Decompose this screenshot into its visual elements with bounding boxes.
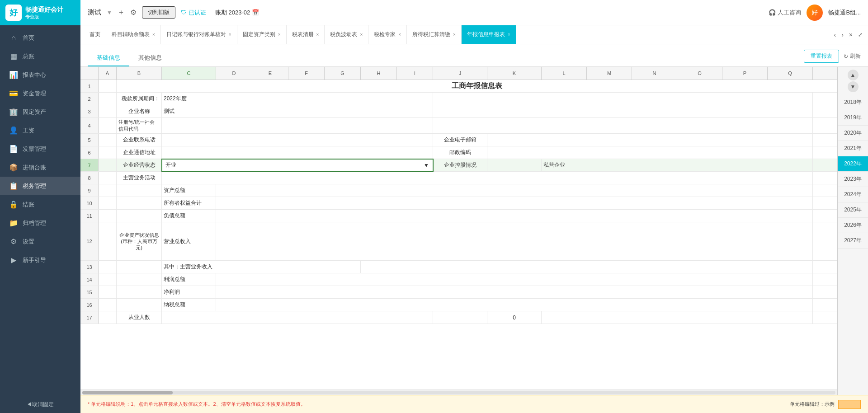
cell[interactable]: 企业控股情况 <box>433 159 487 171</box>
cell[interactable]: 2022年度 <box>162 93 433 105</box>
tab-close-icon[interactable]: × <box>278 32 281 37</box>
cell[interactable]: 资产总额 <box>162 184 216 197</box>
settings-icon[interactable]: ⚙ <box>130 8 137 17</box>
business-status-dropdown[interactable]: 开业▼ <box>162 159 433 171</box>
year-item-2027年[interactable]: 2027年 <box>838 233 868 249</box>
cell[interactable] <box>216 286 813 298</box>
tab-固定资产类别[interactable]: 固定资产类别× <box>237 25 287 44</box>
cell[interactable] <box>99 134 117 146</box>
tab-所得税汇算清缴[interactable]: 所得税汇算清缴× <box>407 25 462 44</box>
cell[interactable]: 注册号/统一社会信用代码 <box>117 118 162 133</box>
sidebar-item-funds[interactable]: 💳资金管理 <box>0 84 80 103</box>
sidebar-item-guide[interactable]: ▶新手引导 <box>0 251 80 269</box>
cell[interactable] <box>99 210 117 222</box>
cell[interactable]: 纳税总额 <box>162 299 216 311</box>
tab-close-icon[interactable]: × <box>316 32 319 37</box>
tab-close-icon[interactable]: × <box>360 32 363 37</box>
year-down-btn[interactable]: ▼ <box>848 81 859 92</box>
cell[interactable] <box>99 261 117 273</box>
cell[interactable]: 邮政编码 <box>433 146 487 159</box>
add-tab-btn[interactable]: ＋ <box>118 8 125 17</box>
cell[interactable] <box>216 222 813 260</box>
tab-close-icon[interactable]: × <box>152 32 155 37</box>
cell[interactable] <box>162 311 433 324</box>
sidebar-item-settings[interactable]: ⚙设置 <box>0 232 80 251</box>
year-item-2019年[interactable]: 2019年 <box>838 110 868 126</box>
sidebar-item-closing[interactable]: 🔒结账 <box>0 195 80 214</box>
cell[interactable] <box>99 146 117 159</box>
cell[interactable] <box>162 172 813 184</box>
tab-科目辅助余额表[interactable]: 科目辅助余额表× <box>106 25 161 44</box>
cell[interactable] <box>117 273 162 286</box>
subtab-basic-info[interactable]: 基础信息 <box>88 50 129 66</box>
cell[interactable] <box>99 299 117 311</box>
tab-close-icon[interactable]: × <box>229 32 231 37</box>
year-item-2018年[interactable]: 2018年 <box>838 95 868 110</box>
horizontal-scrollbar[interactable] <box>80 390 837 395</box>
sidebar-item-ledger[interactable]: ▦总账 <box>0 47 80 66</box>
cell[interactable] <box>117 261 162 273</box>
sidebar-item-invoice[interactable]: 📄发票管理 <box>0 140 80 158</box>
year-up-btn[interactable]: ▲ <box>848 70 859 80</box>
cell[interactable] <box>433 118 813 133</box>
module-dropdown-icon[interactable]: ▼ <box>107 9 112 16</box>
year-item-2021年[interactable]: 2021年 <box>838 141 868 156</box>
tab-next-btn[interactable]: › <box>840 29 845 40</box>
tab-expand-btn[interactable]: ⤢ <box>856 30 864 40</box>
cell[interactable] <box>542 311 813 324</box>
cell[interactable]: 净利润 <box>162 286 216 298</box>
cell[interactable] <box>117 299 162 311</box>
cell[interactable]: 企业联系电话 <box>117 134 162 146</box>
sidebar-item-tax[interactable]: 📋税务管理 <box>0 177 80 195</box>
tab-close-all-btn[interactable]: × <box>847 29 854 40</box>
cell[interactable] <box>216 299 813 311</box>
tab-close-icon[interactable]: × <box>398 32 401 37</box>
cell[interactable]: 测试 <box>162 105 433 117</box>
year-item-2023年[interactable]: 2023年 <box>838 172 868 187</box>
sidebar-item-archive[interactable]: 📁归档管理 <box>0 214 80 232</box>
cell[interactable] <box>361 261 813 273</box>
cell[interactable] <box>216 273 813 286</box>
reset-report-btn[interactable]: 重置报表 <box>804 50 839 63</box>
subtab-other-info[interactable]: 其他信息 <box>129 50 171 66</box>
cell[interactable]: 企业通信地址 <box>117 146 162 159</box>
tab-年报信息申报表[interactable]: 年报信息申报表× <box>462 25 516 44</box>
cell[interactable] <box>216 184 813 197</box>
cell[interactable]: 利润总额 <box>162 273 216 286</box>
year-item-2022年[interactable]: 2022年 <box>838 156 868 172</box>
cell[interactable] <box>487 159 542 171</box>
sidebar-item-assets[interactable]: 🏢固定资产 <box>0 103 80 121</box>
sidebar-item-reports[interactable]: 📊报表中心 <box>0 66 80 84</box>
cell[interactable] <box>433 93 813 105</box>
sidebar-item-salary[interactable]: 👤工资 <box>0 121 80 140</box>
tab-close-icon[interactable]: × <box>453 32 456 37</box>
cell[interactable]: 负债总额 <box>162 210 216 222</box>
refresh-btn[interactable]: ↻ 刷新 <box>844 52 861 60</box>
cell[interactable] <box>99 159 117 171</box>
cell[interactable]: 其中：主营业务收入 <box>162 261 361 273</box>
tab-close-icon[interactable]: × <box>508 32 510 37</box>
cell[interactable] <box>99 311 117 324</box>
cell[interactable]: 企业资产状况信息(币种：人民币万元) <box>117 222 162 260</box>
cell[interactable]: 0 <box>487 311 542 324</box>
cell[interactable] <box>162 134 433 146</box>
cell[interactable]: 私营企业 <box>542 159 813 171</box>
cell[interactable]: 从业人数 <box>117 311 162 324</box>
year-item-2020年[interactable]: 2020年 <box>838 126 868 141</box>
cell[interactable] <box>99 222 117 260</box>
customer-service-btn[interactable]: 🎧 人工咨询 <box>769 9 801 17</box>
cell[interactable] <box>99 286 117 298</box>
tab-税负波动表[interactable]: 税负波动表× <box>325 25 368 44</box>
cell[interactable] <box>117 197 162 209</box>
cell[interactable]: 税款所属期间： <box>117 93 162 105</box>
switch-old-version-btn[interactable]: 切到旧版 <box>142 6 175 19</box>
tab-日记账与银行对账单核对[interactable]: 日记账与银行对账单核对× <box>161 25 237 44</box>
cell[interactable] <box>487 134 813 146</box>
cell[interactable]: 企业电子邮箱 <box>433 134 487 146</box>
cell[interactable] <box>117 184 162 197</box>
cell[interactable]: 主营业务活动 <box>117 172 162 184</box>
cell[interactable] <box>162 118 433 133</box>
cell[interactable] <box>487 146 813 159</box>
cell[interactable] <box>99 273 117 286</box>
cell[interactable] <box>117 210 162 222</box>
